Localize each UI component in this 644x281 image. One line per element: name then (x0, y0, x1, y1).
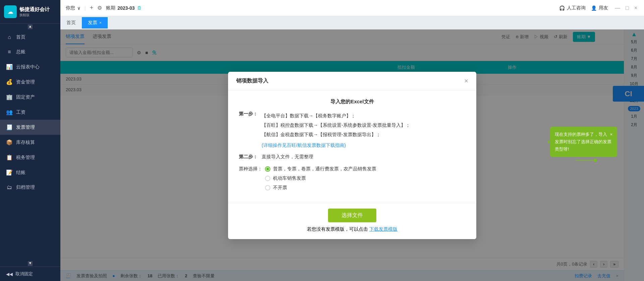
modal-title: 销项数据导入 (236, 77, 268, 85)
tax-icon: 📋 (6, 154, 13, 161)
radio-label-1: 机动车销售发票 (273, 175, 306, 181)
modal-body: 导入您的Excel文件 第一步： 【全电平台】数据下载→【税务数字账户】； 【百… (228, 91, 476, 203)
window-controls: — □ × (613, 5, 639, 11)
invoice-icon: 🧾 (6, 124, 13, 130)
topbar-divider: | (85, 5, 86, 11)
user-label: 用友 (599, 5, 608, 11)
gear-icon[interactable]: ⚙ (97, 5, 102, 11)
closing-icon: 📝 (6, 169, 13, 176)
sidebar-item-label: 库存核算 (16, 139, 35, 146)
sidebar-pin-toggle[interactable]: ◀◀ 取消固定 (0, 267, 60, 281)
company-name: 你您 (66, 5, 75, 11)
sidebar-item-label: 税务管理 (16, 155, 35, 161)
sidebar-item-ledger[interactable]: ≡ 总账 (0, 45, 60, 59)
radio-circle-1[interactable] (265, 176, 270, 181)
maximize-button[interactable]: □ (624, 5, 630, 11)
sidebar-item-payroll[interactable]: 👥 工资 (0, 105, 60, 120)
sidebar-item-label: 总账 (16, 49, 25, 55)
modal-overlay: 销项数据导入 × 导入您的Excel文件 第一步： 【全电平台】数据下载→【税务… (60, 30, 644, 281)
sidebar-item-tax[interactable]: 📋 税务管理 (0, 150, 60, 165)
step2-text: 直接导入文件，无需整理 (262, 154, 313, 160)
sidebar-item-label: 归档管理 (16, 184, 35, 190)
sidebar-item-home[interactable]: ⌂ 首页 (0, 30, 60, 45)
import-modal: 销项数据导入 × 导入您的Excel文件 第一步： 【全电平台】数据下载→【税务… (228, 72, 476, 239)
step1-row: 第一步： 【全电平台】数据下载→【税务数字账户】； 【百旺】税控盘数据下载→【系… (239, 111, 466, 150)
ledger-icon: ≡ (6, 49, 13, 55)
home-icon: ⌂ (6, 34, 13, 40)
payroll-icon: 👥 (6, 109, 13, 115)
sidebar-item-label: 首页 (16, 34, 25, 40)
sidebar-item-archive[interactable]: 🗂 归档管理 (0, 180, 60, 195)
step1-guide-link[interactable]: (详细操作见百旺/航信发票数据下载指南) (262, 143, 346, 148)
funds-icon: 💰 (6, 79, 13, 85)
main-area: 你您 ∨ | + ⚙ 账期 2023-03 🗓 🎧 人工咨询 👤 用友 (60, 0, 644, 281)
step1-content: 【全电平台】数据下载→【税务数字账户】； 【百旺】税控盘数据下载→【系统设置-系… (262, 111, 466, 150)
step2-row: 第二步： 直接导入文件，无需整理 (239, 154, 466, 160)
ticket-section: 票种选择： 普票，专票，卷票，通行费发票，农产品销售发票 机动车销售发票 (239, 166, 466, 191)
sidebar-item-label: 固定资产 (16, 94, 35, 100)
tab-close-icon[interactable]: × (99, 20, 102, 25)
window-close-button[interactable]: × (633, 5, 639, 11)
modal-close-button[interactable]: × (464, 77, 468, 85)
topbar: 你您 ∨ | + ⚙ 账期 2023-03 🗓 🎧 人工咨询 👤 用友 (60, 0, 644, 16)
consult-button[interactable]: 🎧 人工咨询 (559, 5, 586, 11)
modal-footer: 选择文件 若您没有发票模版，可以点击 下载发票模版 (228, 203, 476, 239)
step1-label: 第一步： (239, 111, 258, 150)
select-file-button[interactable]: 选择文件 (328, 209, 376, 222)
minimize-button[interactable]: — (613, 5, 622, 11)
add-button[interactable]: + (90, 4, 94, 11)
pin-label: 取消固定 (15, 271, 33, 277)
consult-label: 人工咨询 (567, 5, 586, 11)
step2-label: 第二步： (239, 154, 258, 160)
sidebar-item-invoice[interactable]: 🧾 发票管理 (0, 120, 60, 135)
modal-section-title: 导入您的Excel文件 (239, 99, 466, 105)
tab-invoice[interactable]: 发票 × (82, 17, 108, 29)
modal-header: 销项数据导入 × (228, 72, 476, 91)
sidebar-item-label: 发票管理 (16, 124, 35, 130)
sidebar-logo: ☁ 畅捷通好会计 旗舰版 (0, 0, 60, 24)
period-label: 账期 (106, 5, 115, 11)
scroll-up-btn[interactable]: ▲ (28, 24, 33, 29)
sidebar-nav: ⌂ 首页 ≡ 总账 📊 云报表中心 💰 资金管理 🏢 固定资产 👥 工资 (0, 30, 60, 261)
step1-line-2: 【百旺】税控盘数据下载→【系统设置-系统参数设置-发票批量导入】； (262, 120, 466, 130)
step1-line-1: 【全电平台】数据下载→【税务数字账户】； (262, 111, 466, 120)
sidebar-item-label: 资金管理 (16, 79, 35, 85)
sidebar-item-closing[interactable]: 📝 结账 (0, 165, 60, 180)
radio-item-2[interactable]: 不开票 (265, 185, 376, 191)
radio-circle-2[interactable] (265, 185, 270, 190)
assets-icon: 🏢 (6, 94, 13, 100)
company-selector[interactable]: 你您 ∨ (66, 5, 80, 11)
logo-icon: ☁ (4, 5, 17, 18)
logo-text: 畅捷通好会计 旗舰版 (19, 6, 50, 17)
radio-circle-0[interactable] (265, 166, 270, 172)
radio-item-1[interactable]: 机动车销售发票 (265, 175, 376, 181)
step1-line-3: 【航信】金税盘数据下载→【报税管理-发票数据导出】； (262, 130, 466, 139)
scroll-down-btn[interactable]: ▼ (28, 261, 33, 266)
tooltip-close-btn[interactable]: × (610, 131, 612, 138)
archive-icon: 🗂 (6, 184, 13, 190)
tab-home[interactable]: 首页 (60, 17, 82, 29)
user-menu[interactable]: 👤 用友 (591, 5, 608, 11)
tab-bar: 首页 发票 × (60, 16, 644, 30)
sidebar-item-inventory[interactable]: 📦 库存核算 (0, 135, 60, 150)
radio-item-0[interactable]: 普票，专票，卷票，通行费发票，农产品销售发票 (265, 166, 376, 172)
headset-icon: 🎧 (559, 5, 565, 11)
inventory-icon: 📦 (6, 139, 13, 146)
ticket-label: 票种选择： (239, 166, 262, 172)
sidebar: ☁ 畅捷通好会计 旗舰版 ▲ ⌂ 首页 ≡ 总账 📊 云报表中心 💰 (0, 0, 60, 281)
sidebar-item-label: 结账 (16, 170, 25, 176)
tooltip-endpoint-dot (594, 159, 597, 162)
sidebar-item-assets[interactable]: 🏢 固定资产 (0, 90, 60, 105)
tooltip-text: 现在支持的票种多了，导入发票时别忘了选择正确的发票类型呀! (555, 132, 611, 152)
sidebar-item-reports[interactable]: 📊 云报表中心 (0, 59, 60, 74)
sidebar-item-funds[interactable]: 💰 资金管理 (0, 74, 60, 90)
sidebar-item-label: 云报表中心 (16, 64, 40, 70)
download-template-link[interactable]: 下载发票模版 (369, 226, 397, 232)
chevron-down-icon: ∨ (77, 5, 80, 11)
pin-icon: ◀◀ (6, 272, 13, 277)
radio-label-2: 不开票 (273, 185, 287, 191)
radio-label-0: 普票，专票，卷票，通行费发票，农产品销售发票 (273, 166, 376, 172)
calendar-icon: 🗓 (137, 5, 142, 11)
period-selector[interactable]: 账期 2023-03 🗓 (106, 5, 141, 11)
download-template-row: 若您没有发票模版，可以点击 下载发票模版 (307, 226, 397, 232)
